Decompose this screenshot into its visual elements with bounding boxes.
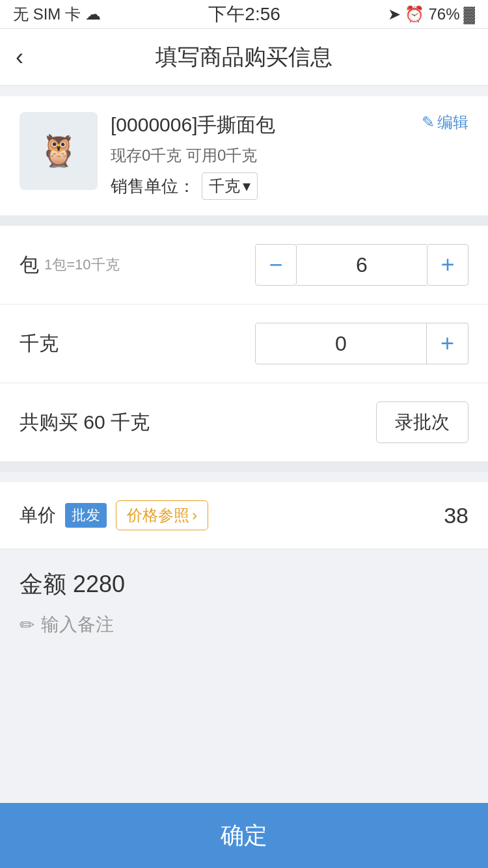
- qianke-stepper: +: [255, 323, 468, 364]
- unit-select[interactable]: 千克 ▾: [202, 172, 258, 200]
- product-thumbnail: 🦉: [20, 112, 98, 190]
- amount-label: 金额: [20, 571, 66, 597]
- nav-bar: ‹ 填写商品购买信息: [0, 29, 488, 86]
- status-right: ➤ ⏰ 76% ▓: [388, 5, 475, 23]
- product-name: [0000006]手撕面包: [111, 112, 409, 139]
- bao-input[interactable]: [297, 244, 427, 286]
- status-bar: 无 SIM 卡 ☁ 下午2:56 ➤ ⏰ 76% ▓: [0, 0, 488, 29]
- status-left: 无 SIM 卡 ☁: [13, 4, 101, 25]
- product-logo-icon: 🦉: [39, 133, 78, 169]
- bao-label: 包: [20, 252, 39, 278]
- bao-sublabel: 1包=10千克: [44, 255, 255, 275]
- product-stock: 现存0千克 可用0千克: [111, 145, 409, 166]
- location-icon: ➤: [388, 5, 401, 23]
- bao-increment-button[interactable]: +: [427, 244, 468, 286]
- divider-1: [0, 215, 488, 226]
- price-row: 单价 批发 价格参照 › 38: [0, 482, 488, 549]
- qianke-label: 千克: [20, 331, 59, 357]
- price-ref-label: 价格参照: [127, 505, 189, 526]
- qianke-increment-button[interactable]: +: [427, 323, 468, 364]
- qianke-row: 千克 +: [0, 305, 488, 383]
- amount-row: 金额 2280: [20, 569, 468, 601]
- product-unit-row: 销售单位： 千克 ▾: [111, 172, 409, 200]
- battery-label: 76%: [428, 5, 459, 23]
- price-value: 38: [444, 503, 468, 528]
- product-card: 🦉 [0000006]手撕面包 现存0千克 可用0千克 销售单位： 千克 ▾ ✎…: [0, 96, 488, 215]
- input-section: 包 1包=10千克 − + 千克 +: [0, 226, 488, 383]
- bao-stepper: − +: [255, 244, 468, 286]
- divider-2: [0, 461, 488, 472]
- total-label: 共购买 60 千克: [20, 409, 150, 436]
- batch-tag: 批发: [65, 503, 107, 528]
- note-row[interactable]: ✏ 输入备注: [20, 612, 468, 637]
- pencil-icon: ✏: [20, 614, 34, 636]
- price-ref-chevron-icon: ›: [192, 506, 197, 524]
- note-placeholder: 输入备注: [41, 612, 114, 637]
- bao-row: 包 1包=10千克 − +: [0, 226, 488, 305]
- qianke-input[interactable]: [255, 323, 427, 364]
- unit-label: 销售单位：: [111, 175, 195, 198]
- edit-button[interactable]: ✎ 编辑: [422, 112, 468, 133]
- product-actions: ✎ 编辑: [422, 112, 468, 133]
- battery-icon: ▓: [464, 5, 476, 23]
- batch-button[interactable]: 录批次: [376, 401, 468, 443]
- total-row: 共购买 60 千克 录批次: [0, 383, 488, 461]
- status-time: 下午2:56: [208, 2, 280, 27]
- sim-label: 无 SIM 卡 ☁: [13, 4, 101, 25]
- confirm-button[interactable]: 确定: [0, 803, 488, 868]
- price-section: 单价 批发 价格参照 › 38: [0, 482, 488, 549]
- amount-value: 2280: [73, 571, 125, 597]
- dropdown-icon: ▾: [243, 177, 251, 195]
- alarm-icon: ⏰: [405, 5, 424, 23]
- price-label: 单价: [20, 503, 56, 528]
- price-ref-button[interactable]: 价格参照 ›: [116, 500, 208, 530]
- edit-icon: ✎: [422, 113, 435, 131]
- amount-section: 金额 2280 ✏ 输入备注: [0, 549, 488, 650]
- page-title: 填写商品购买信息: [156, 42, 332, 72]
- back-button[interactable]: ‹: [16, 44, 23, 71]
- unit-value: 千克: [209, 176, 240, 197]
- product-info: [0000006]手撕面包 现存0千克 可用0千克 销售单位： 千克 ▾: [111, 112, 409, 200]
- bao-decrement-button[interactable]: −: [255, 244, 297, 286]
- edit-label: 编辑: [437, 112, 468, 133]
